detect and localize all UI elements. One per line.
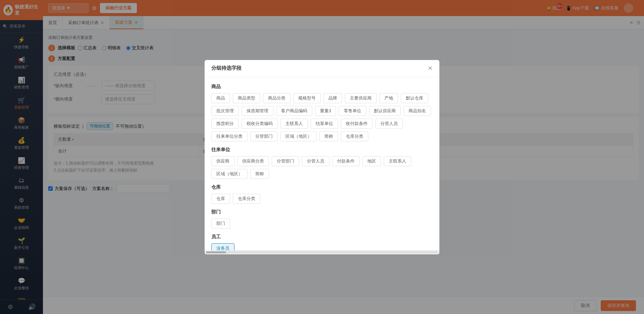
field-cangkufenlei2[interactable]: 仓库分类 xyxy=(233,194,260,204)
section-cangku-title: 仓库 xyxy=(211,184,433,190)
field-gongyingshangfenlei[interactable]: 供应商分类 xyxy=(237,156,269,166)
section-bumen: 部门 部门 xyxy=(211,209,433,229)
field-shangpinfenlei[interactable]: 商品分类 xyxy=(263,93,290,103)
section-shangpin: 商品 商品 商品类型 商品分类 规格型号 品牌 主要供应商 产地 默认仓库 批次… xyxy=(211,84,433,141)
field-morencangku[interactable]: 默认仓库 xyxy=(401,93,428,103)
shangpin-fields: 商品 商品类型 商品分类 规格型号 品牌 主要供应商 产地 默认仓库 批次管理 … xyxy=(211,93,433,141)
hscroll-track xyxy=(206,251,438,253)
modal-hscrollbar[interactable] xyxy=(205,250,439,254)
field-shangpinleixing[interactable]: 商品类型 xyxy=(233,93,260,103)
field-yewuyuan[interactable]: 业务员 xyxy=(211,243,234,250)
field-shoufukuantiaojian[interactable]: 收付款条件 xyxy=(341,119,373,129)
field-chandi[interactable]: 产地 xyxy=(379,93,398,103)
wanglai-fields: 供应商 供应商分类 分管部门 分管人员 付款条件 地区 主联系人 区域（地区） … xyxy=(211,156,433,179)
field-pinpai[interactable]: 品牌 xyxy=(323,93,342,103)
section-cangku: 仓库 仓库 仓库分类 xyxy=(211,184,433,204)
field-shangpinbiecheng[interactable]: 商品别名 xyxy=(404,106,431,116)
field-zhulianyiren2[interactable]: 主联系人 xyxy=(384,156,411,166)
section-wanglaodanwei: 往来单位 供应商 供应商分类 分管部门 分管人员 付款条件 地区 主联系人 区域… xyxy=(211,147,433,179)
field-cangku[interactable]: 仓库 xyxy=(211,194,230,204)
modal-header: 分组待选字段 ✕ xyxy=(205,60,439,77)
field-zhuyaogongyingshang[interactable]: 主要供应商 xyxy=(345,93,377,103)
yuangong-fields: 业务员 xyxy=(211,243,433,250)
field-bumen[interactable]: 部门 xyxy=(211,218,230,229)
bumen-fields: 部门 xyxy=(211,218,433,229)
section-wanglai-title: 往来单位 xyxy=(211,147,433,153)
modal-body: 商品 商品 商品类型 商品分类 规格型号 品牌 主要供应商 产地 默认仓库 批次… xyxy=(205,77,439,250)
field-morengonying[interactable]: 默认供应商 xyxy=(369,106,401,116)
section-yuangong: 员工 业务员 xyxy=(211,234,433,250)
field-fenguanrenyuan2[interactable]: 分管人员 xyxy=(302,156,329,166)
field-wanglaifenlei[interactable]: 往来单位分类 xyxy=(211,131,248,141)
field-fenguanbumen2[interactable]: 分管部门 xyxy=(272,156,299,166)
field-kehushangpin[interactable]: 客户商品编码 xyxy=(276,106,312,116)
field-diqu[interactable]: 地区 xyxy=(362,156,381,166)
field-baozhi[interactable]: 保质期管理 xyxy=(241,106,273,116)
field-fenguanrenyuan[interactable]: 分管人员 xyxy=(375,119,403,129)
field-cangkufenlei[interactable]: 仓库分类 xyxy=(341,131,368,141)
field-gongyingshang[interactable]: 供应商 xyxy=(211,156,234,166)
field-zhongliang3[interactable]: 重量3 xyxy=(315,106,336,116)
field-jiancheng2[interactable]: 简称 xyxy=(250,169,269,179)
field-jiancheng[interactable]: 简称 xyxy=(319,131,338,141)
field-jianhuojifen[interactable]: 拣货积分 xyxy=(211,119,239,129)
field-guigexinghao[interactable]: 规格型号 xyxy=(293,93,321,103)
field-piciGuanli[interactable]: 批次管理 xyxy=(211,106,239,116)
section-yuangong-title: 员工 xyxy=(211,234,433,240)
hscroll-thumb xyxy=(206,251,226,253)
field-zhulianyiren[interactable]: 主联系人 xyxy=(280,119,308,129)
field-shuishoufenlei[interactable]: 税收分类编码 xyxy=(241,119,278,129)
modal-close-icon[interactable]: ✕ xyxy=(428,65,433,72)
modal-dialog: 分组待选字段 ✕ 商品 商品 商品类型 商品分类 规格型号 品牌 主要供应商 产… xyxy=(205,60,439,254)
field-shangpin[interactable]: 商品 xyxy=(211,93,230,103)
field-fukuantiaojian[interactable]: 付款条件 xyxy=(332,156,360,166)
section-bumen-title: 部门 xyxy=(211,209,433,215)
field-jiesuandanwei[interactable]: 结算单位 xyxy=(311,119,338,129)
cangku-fields: 仓库 仓库分类 xyxy=(211,194,433,204)
modal-title: 分组待选字段 xyxy=(211,65,241,71)
field-quyu[interactable]: 区域（地区） xyxy=(280,131,317,141)
section-shangpin-title: 商品 xyxy=(211,84,433,90)
field-lingshoudanwei[interactable]: 零售单位 xyxy=(339,106,366,116)
field-fenguanbumen[interactable]: 分管部门 xyxy=(250,131,278,141)
field-quyu2[interactable]: 区域（地区） xyxy=(211,169,248,179)
